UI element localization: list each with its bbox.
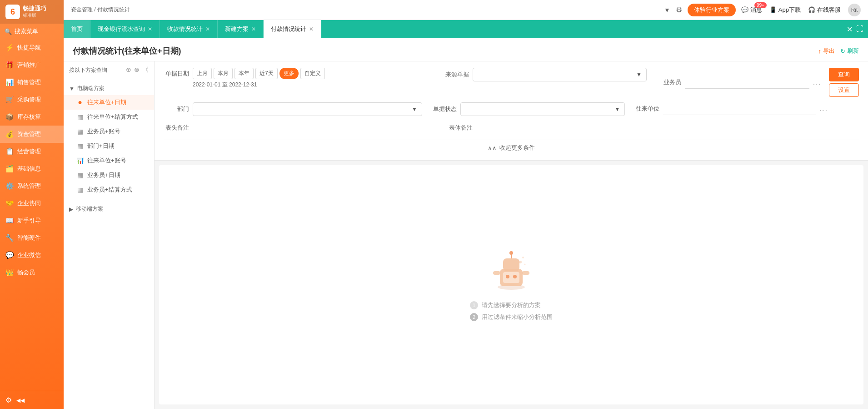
page-actions: ↑ 导出 ↻ 刷新: [818, 47, 859, 55]
sidebar-item-purchase[interactable]: 🛒 采购管理: [0, 91, 64, 108]
top-header: 资金管理 / 付款情况统计 ▼ ⚙ 体验行业方案 💬 消息 99+ 📱 App下…: [64, 0, 868, 20]
refresh-icon: ↻: [840, 48, 845, 55]
pc-section-title[interactable]: ▼ 电脑端方案: [64, 82, 154, 95]
svg-rect-8: [493, 271, 500, 275]
scheme-salesman-account[interactable]: ▦ 业务员+账号: [64, 124, 154, 139]
settings-btn[interactable]: 设置: [829, 83, 859, 97]
hardware-icon: 🔧: [5, 234, 14, 242]
scheme-icon: ▦: [76, 186, 84, 193]
dept-select[interactable]: ▼: [193, 102, 422, 116]
filter-header-note: 表头备注: [164, 121, 438, 134]
left-panel-header: 按以下方案查询 ⊕ ⊛ 《: [64, 61, 154, 79]
sidebar-settings-icon[interactable]: ⚙: [5, 396, 12, 404]
date-btn-custom[interactable]: 自定义: [300, 68, 325, 79]
sidebar-item-quick-nav[interactable]: ⚡ 快捷导航: [0, 39, 64, 56]
sidebar-item-marketing[interactable]: 🎁 营销推广: [0, 56, 64, 74]
export-btn[interactable]: ↑ 导出: [818, 47, 835, 55]
header-note-input[interactable]: [193, 121, 438, 134]
filter-row-3: 表头备注 表体备注: [164, 121, 859, 134]
source-doc-select[interactable]: ▼: [473, 68, 647, 81]
doc-status-select[interactable]: ▼: [460, 102, 625, 116]
date-btn-more[interactable]: 更多: [279, 68, 299, 79]
tab-receivable-close[interactable]: ✕: [205, 26, 210, 32]
filter-salesman: 业务员 ... 查询 设置: [656, 68, 859, 97]
sidebar-item-label: 库存核算: [17, 113, 41, 121]
sidebar-item-sales[interactable]: 📊 销售管理: [0, 74, 64, 91]
filter-row-1: 单据日期 上月 本月 本年 近7天 更多 自定义 2022-01-0: [164, 68, 859, 97]
tip-num-1: 1: [470, 301, 478, 309]
search-menu[interactable]: 🔍 搜索菜单: [0, 24, 64, 39]
scheme-salesman-payment[interactable]: ▦ 业务员+结算方式: [64, 182, 154, 197]
scheme-icon: 📊: [76, 157, 84, 164]
date-btn-this-year[interactable]: 本年: [234, 68, 254, 79]
tip-num-2: 2: [470, 313, 478, 321]
header-settings-icon[interactable]: ⚙: [676, 5, 682, 14]
body-note-input[interactable]: [476, 121, 859, 134]
sidebar-item-inventory[interactable]: 📦 库存核算: [0, 108, 64, 126]
sidebar-item-member[interactable]: 👑 畅会员: [0, 264, 64, 281]
user-avatar[interactable]: Rit: [848, 4, 861, 16]
mobile-section-title[interactable]: ▶ 移动端方案: [64, 202, 154, 216]
tab-close-all-icon[interactable]: ✕: [847, 25, 853, 34]
tab-home[interactable]: 首页: [64, 20, 90, 38]
tab-receivable[interactable]: 收款情况统计 ✕: [160, 20, 218, 38]
sidebar-item-basic[interactable]: 🗂️ 基础信息: [0, 160, 64, 177]
app-download-btn[interactable]: 📱 App下载: [769, 6, 801, 14]
sidebar-item-label: 智能硬件: [17, 234, 41, 242]
scheme-settings-icon[interactable]: ⊛: [134, 66, 140, 74]
guide-icon: 📖: [5, 217, 14, 225]
main-content: 资金管理 / 付款情况统计 ▼ ⚙ 体验行业方案 💬 消息 99+ 📱 App下…: [64, 0, 868, 409]
left-panel: 按以下方案查询 ⊕ ⊛ 《 ▼ 电脑端方案 ● 往来单位+日期 ▦: [64, 61, 155, 409]
date-btn-last-month[interactable]: 上月: [193, 68, 212, 79]
tab-fullscreen-icon[interactable]: ⛶: [856, 25, 863, 33]
capital-icon: 💰: [5, 130, 14, 138]
collapse-arrow-icon: ∧∧: [488, 145, 497, 151]
sidebar-item-hardware[interactable]: 🔧 智能硬件: [0, 229, 64, 247]
enterprise-icon: 🤝: [5, 199, 14, 207]
sidebar-item-enterprise[interactable]: 🤝 企业协同: [0, 195, 64, 212]
sidebar-item-label: 采购管理: [17, 96, 41, 104]
content-area: 按以下方案查询 ⊕ ⊛ 《 ▼ 电脑端方案 ● 往来单位+日期 ▦: [64, 61, 868, 409]
message-btn[interactable]: 💬 消息 99+: [741, 6, 762, 14]
tab-cash-flow[interactable]: 现金银行流水查询 ✕: [90, 20, 160, 38]
panel-collapse-icon[interactable]: 《: [142, 66, 149, 74]
query-btn[interactable]: 查询: [829, 68, 859, 81]
sidebar-collapse-icon[interactable]: ◀◀: [16, 397, 25, 404]
sidebar-item-label: 新手引导: [17, 217, 41, 225]
tab-payment-stat-close[interactable]: ✕: [309, 26, 314, 32]
scheme-salesman-date[interactable]: ▦ 业务员+日期: [64, 168, 154, 182]
tab-cash-flow-close[interactable]: ✕: [148, 26, 152, 32]
sidebar-item-label: 畅会员: [17, 268, 35, 277]
scheme-unit-payment[interactable]: ▦ 往来单位+结算方式: [64, 110, 154, 124]
svg-rect-9: [522, 271, 529, 275]
refresh-btn[interactable]: ↻ 刷新: [840, 47, 859, 55]
filter-area: 单据日期 上月 本月 本年 近7天 更多 自定义 2022-01-0: [155, 61, 868, 161]
sidebar-item-guide[interactable]: 📖 新手引导: [0, 212, 64, 229]
related-unit-dots[interactable]: ...: [819, 105, 828, 113]
dropdown-icon[interactable]: ▼: [664, 6, 670, 14]
page-title: 付款情况统计(往来单位+日期): [73, 45, 181, 56]
system-icon: ⚙️: [5, 182, 14, 190]
sales-icon: 📊: [5, 78, 14, 86]
tab-new-scheme-close[interactable]: ✕: [251, 26, 256, 32]
sidebar-item-operations[interactable]: 📋 经营管理: [0, 143, 64, 160]
sidebar-item-wechat[interactable]: 💬 企业微信: [0, 247, 64, 264]
date-btn-7days[interactable]: 近7天: [255, 68, 278, 79]
scheme-unit-account[interactable]: 📊 往来单位+账号: [64, 153, 154, 168]
trial-btn[interactable]: 体验行业方案: [688, 4, 736, 16]
online-service-btn[interactable]: 🎧 在线客服: [808, 6, 841, 14]
filter-body-note: 表体备注: [447, 121, 859, 134]
body-note-label: 表体备注: [447, 124, 473, 132]
sidebar-item-system[interactable]: ⚙️ 系统管理: [0, 177, 64, 195]
add-scheme-icon[interactable]: ⊕: [126, 66, 131, 74]
scheme-dept-date[interactable]: ▦ 部门+日期: [64, 139, 154, 153]
scheme-unit-date[interactable]: ● 往来单位+日期: [64, 95, 154, 110]
service-icon: 🎧: [808, 6, 815, 13]
tab-payment-stat[interactable]: 付款情况统计 ✕: [264, 20, 321, 38]
tab-new-scheme[interactable]: 新建方案 ✕: [218, 20, 264, 38]
sidebar-item-capital[interactable]: 💰 资金管理: [0, 126, 64, 143]
salesman-dots[interactable]: ...: [813, 78, 822, 86]
collapse-filters-btn[interactable]: ∧∧ 收起更多条件: [164, 140, 859, 156]
filter-doc-status: 单据状态 ▼: [431, 102, 625, 116]
date-btn-this-month[interactable]: 本月: [214, 68, 233, 79]
